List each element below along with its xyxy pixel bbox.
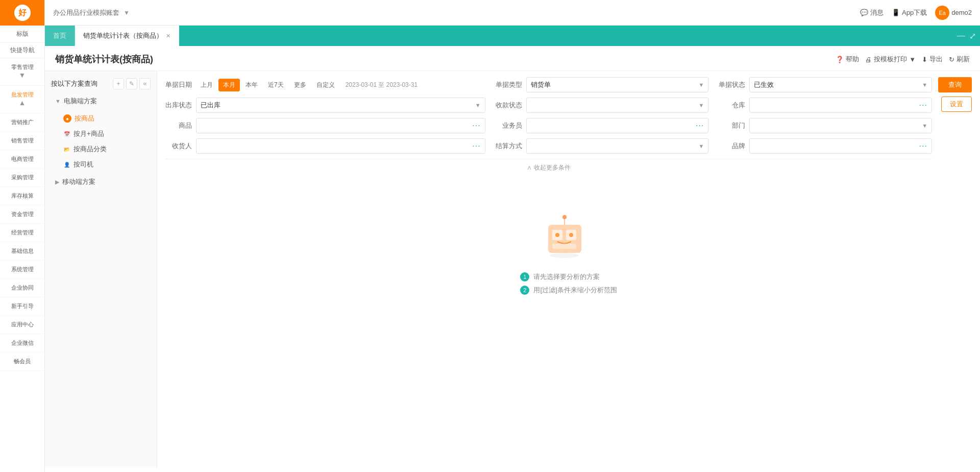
edit-scheme-btn[interactable]: ✎ <box>126 78 137 89</box>
topbar-left: 办公用品行业模拟账套 ▼ <box>53 8 130 17</box>
tree-mobile-label: 移动端方案 <box>62 177 95 186</box>
sidebar-item-finance[interactable]: 资金管理 <box>0 205 44 224</box>
refresh-btn[interactable]: ↻ 刷新 <box>949 55 970 64</box>
export-icon: ⬇ <box>922 56 927 63</box>
sidebar-item-wholesale[interactable]: 批发管理 ▲ <box>0 86 44 113</box>
sidebar-item-sales[interactable]: 销售管理 <box>0 132 44 150</box>
help-btn[interactable]: ❓ 帮助 <box>836 55 859 64</box>
print-label: 按模板打印 <box>874 55 907 64</box>
tree-pc-group[interactable]: ▼ 电脑端方案 <box>45 93 157 109</box>
collapse-panel-btn[interactable]: « <box>139 78 151 89</box>
sidebar-item-weixin[interactable]: 企业微信 <box>0 334 44 352</box>
filter-brand: 品牌 ··· <box>719 138 932 154</box>
tree-sub-items: ● 按商品 📅 按月+商品 📂 按商品分类 👤 按司机 <box>45 109 157 174</box>
payment-status-select[interactable]: ▼ <box>526 98 709 113</box>
filter-row-4: 收货人 ··· 结算方式 ▼ <box>165 138 932 154</box>
add-scheme-btn[interactable]: + <box>113 78 124 89</box>
date-tab-more[interactable]: 更多 <box>289 79 311 91</box>
date-tab-current-month[interactable]: 本月 <box>218 79 240 91</box>
brand-select[interactable]: ··· <box>749 138 932 154</box>
out-status-arrow-icon: ▼ <box>475 102 481 108</box>
scheme-by-goods[interactable]: ● 按商品 <box>45 111 157 126</box>
driver-icon: 👤 <box>63 161 70 168</box>
sidebar-item-purchase[interactable]: 采购管理 <box>0 169 44 187</box>
bill-type-select[interactable]: 销货单 ▼ <box>526 77 709 92</box>
sidebar-item-marketing[interactable]: 营销推广 <box>0 113 44 132</box>
scheme-by-month-goods[interactable]: 📅 按月+商品 <box>45 126 157 141</box>
export-label: 导出 <box>929 55 943 64</box>
svg-point-4 <box>555 233 559 237</box>
user-profile-btn[interactable]: Ea demo2 <box>935 6 972 20</box>
out-status-select[interactable]: 已出库 ▼ <box>196 98 485 113</box>
message-btn[interactable]: 💬 消息 <box>860 8 884 17</box>
quicknav-label: 快捷导航 <box>10 46 35 55</box>
scheme-by-driver[interactable]: 👤 按司机 <box>45 157 157 172</box>
tab-home[interactable]: 首页 <box>45 26 75 46</box>
help-label: 帮助 <box>846 55 859 64</box>
receiver-dots-icon: ··· <box>472 141 480 151</box>
empty-illustration <box>538 207 599 268</box>
calendar-icon: 📅 <box>63 130 70 137</box>
bill-type-value: 销货单 <box>531 80 551 89</box>
tab-minimize-icon[interactable]: — <box>957 31 965 40</box>
sidebar-search[interactable]: 标版 <box>0 26 44 43</box>
empty-state: 1 请先选择要分析的方案 2 用[过滤]条件来缩小分析范围 <box>165 176 972 319</box>
collapse-label: 收起更多条件 <box>534 164 571 171</box>
main-area: 办公用品行业模拟账套 ▼ 💬 消息 📱 App下载 Ea demo2 首页 <box>45 0 980 472</box>
date-tab-current-year[interactable]: 本年 <box>241 79 262 91</box>
active-dot: ● <box>63 114 71 123</box>
tab-report[interactable]: 销货单统计计表（按商品） ✕ <box>75 26 179 46</box>
sidebar-item-retail[interactable]: 零售管理 ▼ <box>0 58 44 86</box>
scheme-by-category[interactable]: 📂 按商品分类 <box>45 141 157 157</box>
topbar-dropdown-icon[interactable]: ▼ <box>124 9 130 16</box>
tree-mobile-group[interactable]: ▶ 移动端方案 <box>45 174 157 190</box>
salesman-select[interactable]: ··· <box>526 118 709 133</box>
sidebar-logo[interactable]: 好 <box>0 0 44 26</box>
page-title: 销货单统计计表(按商品) <box>55 53 153 65</box>
warehouse-select[interactable]: ··· <box>749 98 932 113</box>
goods-select[interactable]: ··· <box>196 118 485 133</box>
sidebar-item-inventory[interactable]: 库存核算 <box>0 187 44 205</box>
tree-collapse-icon: ▶ <box>55 179 59 185</box>
sidebar-item-basic[interactable]: 基础信息 <box>0 242 44 261</box>
settings-btn[interactable]: 设置 <box>941 97 972 112</box>
dept-select[interactable]: ▼ <box>749 118 932 133</box>
tab-close-icon[interactable]: ✕ <box>166 33 170 39</box>
filter-row-2: 出库状态 已出库 ▼ 收款状态 <box>165 98 932 113</box>
print-btn[interactable]: 🖨 按模板打印 ▼ <box>865 55 916 64</box>
hint-text-2: 用[过滤]条件来缩小分析范围 <box>533 286 617 295</box>
help-icon: ❓ <box>836 56 844 63</box>
sidebar-item-guide[interactable]: 新手引导 <box>0 297 44 316</box>
search-label: 标版 <box>16 30 29 38</box>
sidebar-item-operations[interactable]: 经营管理 <box>0 224 44 242</box>
date-tab-7days[interactable]: 近7天 <box>263 79 288 91</box>
receiver-select[interactable]: ··· <box>196 138 485 154</box>
filter-out-status: 出库状态 已出库 ▼ <box>165 98 485 113</box>
sidebar-item-ecommerce[interactable]: 电商管理 <box>0 150 44 169</box>
date-tab-custom[interactable]: 自定义 <box>312 79 339 91</box>
right-panel: 单据日期 上月 本月 本年 近7天 更多 自定义 <box>157 71 980 468</box>
bill-status-select[interactable]: 已生效 ▼ <box>749 77 932 92</box>
export-btn[interactable]: ⬇ 导出 <box>922 55 943 64</box>
sidebar-item-member[interactable]: 畅会员 <box>0 352 44 371</box>
sidebar-quicknav[interactable]: 快捷导航 <box>0 43 44 58</box>
filter-dept: 部门 ▼ <box>719 118 932 133</box>
collapse-bar[interactable]: ∧ 收起更多条件 <box>165 159 932 176</box>
print-dropdown-icon[interactable]: ▼ <box>909 56 916 63</box>
sidebar-item-system[interactable]: 系统管理 <box>0 261 44 279</box>
bill-type-label: 单据类型 <box>496 80 526 89</box>
page-header: 销货单统计计表(按商品) ❓ 帮助 🖨 按模板打印 ▼ ⬇ 导出 ↻ 刷新 <box>45 46 980 71</box>
action-btn-group: 查询 设置 <box>938 77 972 112</box>
empty-hint-1: 1 请先选择要分析的方案 <box>520 272 617 281</box>
topbar-right: 💬 消息 📱 App下载 Ea demo2 <box>860 6 972 20</box>
query-btn[interactable]: 查询 <box>938 77 972 92</box>
app-download-btn[interactable]: 📱 App下载 <box>892 8 927 17</box>
sidebar-item-apps[interactable]: 应用中心 <box>0 316 44 334</box>
left-panel-header: 按以下方案查询 + ✎ « <box>45 76 157 93</box>
tab-maximize-icon[interactable]: ⤢ <box>969 31 976 41</box>
hint-num-1: 1 <box>520 272 529 281</box>
payment-method-select[interactable]: ▼ <box>526 138 709 154</box>
sidebar-item-enterprise[interactable]: 企业协同 <box>0 279 44 297</box>
date-tab-last-month[interactable]: 上月 <box>196 79 217 91</box>
download-icon: 📱 <box>892 9 900 16</box>
